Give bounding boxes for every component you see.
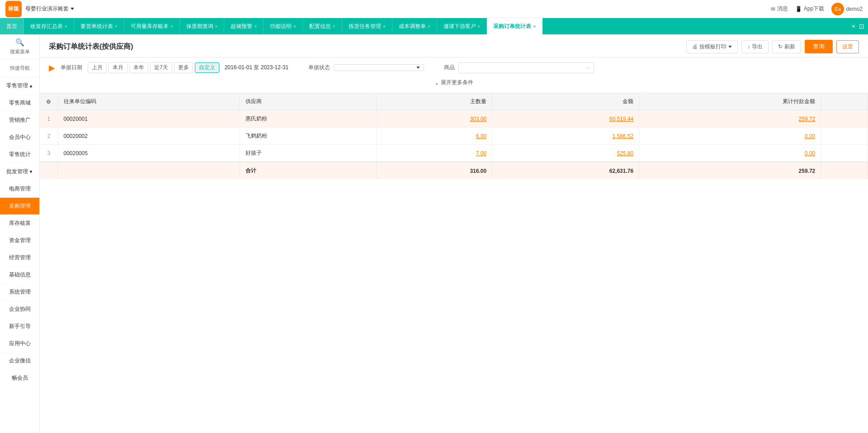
tab-peizhi[interactable]: 配置信息 ×	[303, 18, 342, 34]
tab-close-icon[interactable]: ×	[533, 24, 536, 29]
top-bar-right: ✉ 消息 📱 App下载 Ea demo2	[771, 3, 863, 15]
date-btn-this-year[interactable]: 本年	[129, 62, 148, 73]
cell-amount[interactable]: 525.80	[492, 145, 639, 162]
sidebar-item-member2[interactable]: 畅会员	[0, 370, 39, 387]
tab-home[interactable]: 首页	[0, 18, 24, 34]
tab-close-icon[interactable]: ×	[215, 24, 218, 29]
tab-chengben[interactable]: 成本调整单 ×	[392, 18, 437, 34]
filter-date-buttons: 上月 本月 本年 近7天 更多 自定义	[88, 62, 219, 73]
status-select[interactable]	[334, 64, 424, 71]
tab-close-icon[interactable]: ×	[170, 24, 173, 29]
cell-quantity[interactable]: 303.00	[377, 110, 492, 128]
sidebar-search-section[interactable]: 🔍 搜索菜单	[0, 34, 39, 59]
col-supplier: 供应商	[240, 93, 377, 110]
tab-keyongliang[interactable]: 可用量库存账本 ×	[124, 18, 180, 34]
sidebar-item-zero-retail[interactable]: 零售管理 ▲	[0, 77, 39, 95]
tab-yaoqing[interactable]: 邀请下游客户 ×	[437, 18, 487, 34]
expand-icon: ▼	[29, 169, 33, 174]
query-button[interactable]: 查询	[805, 40, 833, 53]
sidebar-item-purchase-mgmt[interactable]: 采购管理	[0, 198, 39, 215]
cell-paid[interactable]: 259.72	[639, 110, 821, 128]
sidebar-item-ent-wechat[interactable]: 企业微信	[0, 352, 39, 370]
settings-col-icon: ⚙	[46, 99, 51, 105]
tab-shoufafahui[interactable]: 收发存汇总表 ×	[24, 18, 74, 34]
page-header: 采购订单统计表(按供应商) 🖨 按模板打印 ↓ 导出 ↻ 刷新 查询 设置	[40, 34, 868, 57]
cell-paid[interactable]: 0.00	[639, 128, 821, 145]
page-title: 采购订单统计表(按供应商)	[49, 42, 133, 52]
tab-yaohuo[interactable]: 要货单统计表 ×	[74, 18, 124, 34]
tab-close-icon[interactable]: ×	[478, 24, 481, 29]
sidebar-item-enterprise[interactable]: 企业协同	[0, 301, 39, 318]
user-avatar[interactable]: Ea demo2	[831, 3, 863, 15]
sidebar-item-member[interactable]: 会员中心	[0, 129, 39, 146]
col-settings[interactable]: ⚙	[40, 93, 58, 110]
messages-button[interactable]: ✉ 消息	[771, 5, 788, 13]
sidebar-item-app-center[interactable]: 应用中心	[0, 335, 39, 352]
sidebar-item-biz-mgmt[interactable]: 经营管理	[0, 249, 39, 266]
refresh-button[interactable]: ↻ 刷新	[772, 40, 801, 53]
print-button[interactable]: 🖨 按模板打印	[686, 40, 738, 53]
sidebar-item-zero-stat[interactable]: 零售统计	[0, 146, 39, 163]
expand-filter-button[interactable]: ⌄ 展开更多条件	[431, 77, 477, 88]
goods-select[interactable]: ···	[458, 62, 594, 73]
sidebar-item-ecom-mgmt[interactable]: 电商管理	[0, 181, 39, 198]
footer-empty2	[58, 162, 240, 179]
sidebar-item-batch-mgmt[interactable]: 批发管理 ▼	[0, 163, 39, 181]
custom-date-tag: 自定义	[195, 62, 219, 73]
date-btn-this-month[interactable]: 本月	[108, 62, 127, 73]
tab-close-icon[interactable]: ×	[65, 24, 67, 29]
date-btn-last-month[interactable]: 上月	[88, 62, 107, 73]
sidebar-item-newguide[interactable]: 新手引导	[0, 318, 39, 335]
footer-empty	[40, 162, 58, 179]
tab-maximize-icon[interactable]: ⊡	[859, 23, 864, 30]
tab-close-icon[interactable]: ×	[115, 24, 118, 29]
col-paid: 累计付款金额	[639, 93, 821, 110]
data-table: ⚙ 往来单位编码 供应商 主数量 金额 累计付款金额 1 00020001	[40, 93, 868, 179]
cell-quantity[interactable]: 7.00	[377, 145, 492, 162]
sidebar-item-marketing[interactable]: 营销推广	[0, 112, 39, 129]
col-extra	[821, 93, 868, 110]
col-code: 往来单位编码	[58, 93, 240, 110]
app-download-button[interactable]: 📱 App下载	[795, 5, 824, 13]
expand-icon: ▲	[29, 83, 33, 88]
tab-caigoutongji[interactable]: 采购订单统计表 ×	[487, 18, 542, 34]
col-quantity: 主数量	[377, 93, 492, 110]
filter-toggle-icon[interactable]: ▶	[49, 63, 55, 73]
footer-extra	[821, 162, 868, 179]
tab-gongneng[interactable]: 功能说明 ×	[264, 18, 303, 34]
tab-close-window-icon[interactable]: ×	[852, 23, 855, 30]
sidebar-quicknav[interactable]: 快捷导航	[0, 59, 39, 77]
sidebar-item-zero-mall[interactable]: 零售商城	[0, 95, 39, 112]
sidebar-item-finance[interactable]: 资金管理	[0, 232, 39, 249]
tab-close-icon[interactable]: ×	[428, 24, 430, 29]
cell-paid[interactable]: 0.00	[639, 145, 821, 162]
settings-button[interactable]: 设置	[836, 40, 859, 53]
cell-extra	[821, 145, 868, 162]
quick-nav-label[interactable]: 快捷导航	[0, 61, 39, 75]
cell-amount[interactable]: 1,586.52	[492, 128, 639, 145]
row-num: 3	[40, 145, 58, 162]
sidebar-item-basic-info[interactable]: 基础信息	[0, 266, 39, 284]
expand-down-icon: ⌄	[434, 80, 439, 86]
cell-quantity[interactable]: 6.00	[377, 128, 492, 145]
data-table-container: ⚙ 往来单位编码 供应商 主数量 金额 累计付款金额 1 00020001	[40, 93, 868, 433]
date-range-display: 2016-01-01 至 2023-12-31	[225, 64, 288, 71]
tab-close-icon[interactable]: ×	[293, 24, 296, 29]
filter-row-1: ▶ 单据日期 上月 本月 本年 近7天 更多 自定义 2016-01-01 至 …	[49, 62, 859, 73]
tab-close-icon[interactable]: ×	[383, 24, 386, 29]
footer-quantity: 316.00	[377, 162, 492, 179]
tab-close-icon[interactable]: ×	[254, 24, 257, 29]
cell-amount[interactable]: 60,519.44	[492, 110, 639, 128]
tab-baozhiqi[interactable]: 保质期查询 ×	[180, 18, 225, 34]
workspace-selector[interactable]: 母婴行业演示账套	[25, 5, 74, 13]
tab-chaochuyujing[interactable]: 超储预警 ×	[224, 18, 264, 34]
sidebar-item-sys-mgmt[interactable]: 系统管理	[0, 284, 39, 301]
export-button[interactable]: ↓ 导出	[741, 40, 769, 53]
date-btn-7days[interactable]: 近7天	[150, 62, 172, 73]
tab-close-icon[interactable]: ×	[333, 24, 335, 29]
search-icon: 🔍	[15, 38, 24, 47]
sidebar-item-stock-check[interactable]: 库存核算	[0, 215, 39, 232]
tab-penghuorenwu[interactable]: 拣货任务管理 ×	[342, 18, 392, 34]
date-btn-more[interactable]: 更多	[174, 62, 193, 73]
filter-area: ▶ 单据日期 上月 本月 本年 近7天 更多 自定义 2016-01-01 至 …	[40, 57, 868, 93]
